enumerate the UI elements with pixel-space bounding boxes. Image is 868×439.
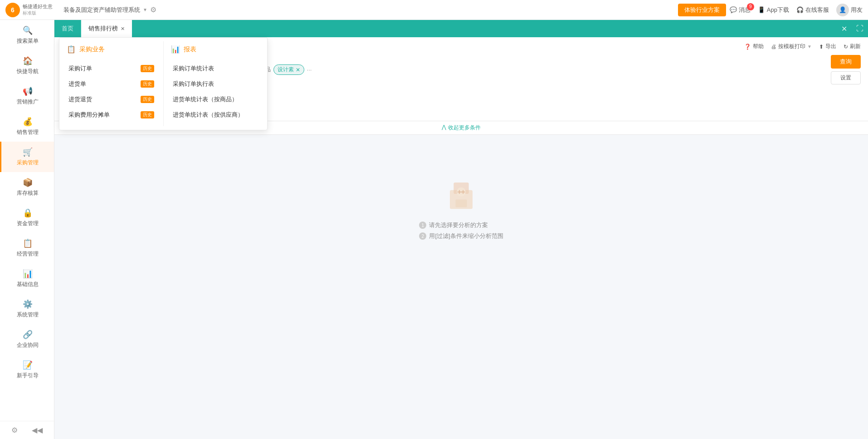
sidebar-item-sales[interactable]: 💰 销售管理 [0,111,54,142]
logo-icon: 6 [5,3,20,17]
export-btn[interactable]: ⬆ 导出 [819,43,836,50]
setting-button[interactable]: 设置 [831,71,861,84]
refresh-icon: ↻ [844,44,848,50]
export-icon: ⬆ [819,44,824,50]
empty-state: 1 请先选择要分析的方案 2 用[过滤]条件来缩小分析范围 [54,135,868,279]
tip-num-2: 2 [419,232,426,240]
tabbar-close-btn[interactable]: ✕ [837,25,852,33]
industry-btn[interactable]: 体验行业方案 [678,4,726,16]
operations-icon: 📋 [23,238,33,248]
message-btn[interactable]: 💬 消息 9 [730,6,751,14]
collaboration-icon: 🔗 [23,330,33,340]
tab-home[interactable]: 首页 [54,20,81,37]
goods-tag: 设计素 ✕ [273,64,304,75]
empty-tips: 1 请先选择要分析的方案 2 用[过滤]条件来缩小分析范围 [419,221,503,243]
business-col-icon: 📋 [67,45,76,54]
sidebar-item-inventory[interactable]: 📦 库存核算 [0,172,54,202]
dropdown-item-order-execution[interactable]: 采购订单执行表 [171,76,260,92]
home-icon: 🏠 [23,56,33,66]
history-badge-1: 历史 [141,80,154,88]
dropdown-item-delivery[interactable]: 进货单 历史 [67,76,156,92]
goods-dots[interactable]: ··· [307,66,312,73]
sidebar-item-marketing[interactable]: 📢 营销推广 [0,81,54,111]
dropdown-item-cost[interactable]: 采购费用分摊单 历史 [67,107,156,123]
history-badge-0: 历史 [141,65,154,72]
filter-actions: 查询 设置 [831,55,861,84]
dropdown-col-title-reports: 📊 报表 [171,45,260,56]
topbar: 6 畅捷通好生意 标准版 装备及固定资产辅助管理系统 ▼ ⚙ 体验行业方案 💬 … [0,0,868,20]
search-icon: 🔍 [23,25,33,35]
refresh-btn[interactable]: ↻ 刷新 [844,43,861,50]
dropdown-col-reports: 📊 报表 采购订单统计表 采购订单执行表 进货单统计表（按商品） 进货单统计表（… [163,41,268,126]
query-button[interactable]: 查询 [831,55,861,69]
inventory-icon: 📦 [23,178,33,187]
tabbar-expand-btn[interactable]: ⛶ [852,25,868,33]
help-icon: ❓ [744,44,751,50]
sales-icon: 💰 [23,117,33,127]
phone-icon: 📱 [758,6,765,13]
marketing-icon: 📢 [23,86,33,96]
dropdown-item-delivery-by-supplier[interactable]: 进货单统计表（按供应商） [171,107,260,123]
goods-tag-remove[interactable]: ✕ [296,67,300,73]
purchase-dropdown-menu: 📋 采购业务 采购订单 历史 进货单 历史 进货退货 历史 采购费用分摊单 历史… [59,37,268,130]
dropdown-item-purchase-order[interactable]: 采购订单 历史 [67,61,156,76]
logo-sub: 标准版 [23,10,53,16]
tabbar: 首页 销售排行榜 ✕ ✕ ⛶ [54,20,868,37]
sidebar: 🔍 搜索菜单 🏠 快捷导航 📢 营销推广 💰 销售管理 🛒 采购管理 📦 库存核… [0,20,54,439]
sidebar-bottom: ⚙ ◀◀ [0,421,54,439]
print-btn[interactable]: 🖨 按模板打印 ▼ [771,43,812,50]
topbar-right: 💬 消息 9 📱 App下载 🎧 在线客服 👤 用友 [730,4,863,16]
sidebar-item-home[interactable]: 🏠 快捷导航 [0,50,54,81]
history-badge-3: 历史 [141,111,154,118]
purchase-icon: 🛒 [23,147,33,157]
dropdown-item-return[interactable]: 进货退货 历史 [67,92,156,107]
message-icon: 💬 [730,6,737,13]
online-service-btn[interactable]: 🎧 在线客服 [796,6,829,14]
empty-illustration [439,171,484,217]
collapse-sidebar-icon[interactable]: ◀◀ [32,426,43,434]
reports-col-icon: 📊 [171,45,180,54]
guide-icon: 📝 [23,360,33,370]
help-btn[interactable]: ❓ 帮助 [744,43,764,50]
dropdown-item-delivery-by-goods[interactable]: 进货单统计表（按商品） [171,92,260,107]
user-menu[interactable]: 👤 用友 [836,4,863,16]
title-dropdown-arrow[interactable]: ▼ [143,7,147,12]
system-icon: ⚙️ [23,299,33,309]
tab-sales-ranking[interactable]: 销售排行榜 ✕ [81,20,132,37]
user-avatar: 👤 [836,4,849,16]
topbar-settings-icon[interactable]: ⚙ [150,5,156,14]
sidebar-item-collaboration[interactable]: 🔗 企业协同 [0,324,54,355]
basic-icon: 📊 [23,269,33,279]
app-download-btn[interactable]: 📱 App下载 [758,6,789,14]
message-badge: 9 [747,3,754,10]
dropdown-col-business: 📋 采购业务 采购订单 历史 进货单 历史 进货退货 历史 采购费用分摊单 历史 [59,41,163,126]
print-dropdown-arrow: ▼ [807,44,812,49]
logo-text: 畅捷通好生意 [23,3,53,10]
sidebar-item-finance[interactable]: 🔒 资金管理 [0,202,54,233]
history-badge-2: 历史 [141,96,154,103]
sidebar-item-guide[interactable]: 📝 新手引导 [0,355,54,385]
settings-bottom-icon[interactable]: ⚙ [11,426,18,434]
dropdown-col-title-business: 📋 采购业务 [67,45,156,56]
tab-close-icon[interactable]: ✕ [121,26,125,31]
headset-icon: 🎧 [796,6,804,13]
collapse-up-icon: ⋀ [442,124,446,132]
sidebar-item-operations[interactable]: 📋 经营管理 [0,233,54,263]
sidebar-item-system[interactable]: ⚙️ 系统管理 [0,294,54,324]
logo-area: 6 畅捷通好生意 标准版 [5,3,60,17]
finance-icon: 🔒 [23,208,33,218]
topbar-title: 装备及固定资产辅助管理系统 ▼ ⚙ [63,5,674,14]
print-icon: 🖨 [771,44,776,50]
sidebar-item-basic[interactable]: 📊 基础信息 [0,263,54,294]
dropdown-item-order-stats[interactable]: 采购订单统计表 [171,61,260,76]
sidebar-item-search[interactable]: 🔍 搜索菜单 [0,20,54,50]
svg-rect-6 [456,200,467,207]
sidebar-item-purchase[interactable]: 🛒 采购管理 [0,142,54,172]
tip-num-1: 1 [419,222,426,229]
